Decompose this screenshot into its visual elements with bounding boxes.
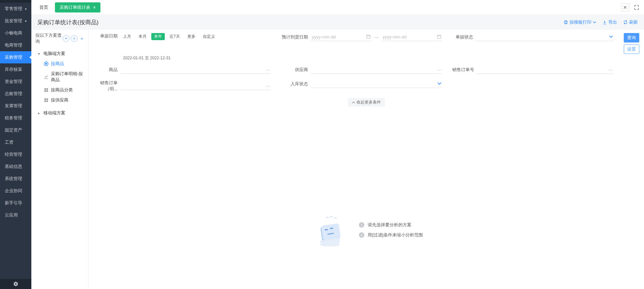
inbound-status-select[interactable] — [311, 80, 442, 88]
fullscreen-icon — [634, 5, 639, 10]
add-scheme-button[interactable]: + — [63, 35, 69, 42]
tree-leaf-label: 按商品 — [51, 61, 64, 67]
fullscreen-button[interactable] — [633, 3, 641, 11]
tab-purchase-order-stats[interactable]: 采购订单统计表 × — [55, 2, 100, 12]
scheme-settings-button[interactable] — [71, 35, 78, 42]
nav-top-spacer — [0, 0, 31, 3]
nav-item-15[interactable]: 企业协同 — [0, 185, 31, 197]
more-icon[interactable]: ⋯ — [266, 84, 270, 89]
nav-item-17[interactable]: 云应用 — [0, 209, 31, 221]
nav-item-3[interactable]: 电商管理 — [0, 39, 31, 51]
svg-rect-4 — [44, 88, 46, 90]
export-button[interactable]: 导出 — [602, 19, 617, 25]
nav-item-label: 云应用 — [5, 212, 18, 218]
empty-step-2: 2 用[过滤]条件来缩小分析范围 — [359, 232, 423, 238]
more-icon[interactable]: ⋯ — [266, 67, 270, 73]
svg-rect-8 — [44, 98, 46, 100]
tree-group-label: 电脑端方案 — [43, 51, 65, 57]
tree-leaf-label: 按供应商 — [51, 97, 68, 103]
sales-order-detail-input[interactable] — [120, 82, 271, 90]
nav-item-label: 经营管理 — [5, 151, 22, 157]
nav-item-9[interactable]: 税务管理 — [0, 112, 31, 124]
doc-status-select[interactable] — [476, 33, 614, 41]
close-panel-button[interactable]: ✕ — [621, 3, 629, 11]
product-input[interactable] — [120, 66, 271, 74]
tree-leaf-0-0[interactable]: 按商品 — [31, 59, 88, 69]
date-chip-2[interactable]: 本年 — [151, 33, 165, 40]
svg-rect-0 — [564, 22, 567, 23]
form-item-inbound-status: 入库状态 — [281, 80, 442, 88]
tabs-bar: 首页 采购订单统计表 × ✕ — [31, 0, 644, 15]
nav-item-label: 批发管理 — [5, 18, 22, 24]
svg-rect-10 — [44, 100, 46, 102]
nav-item-8[interactable]: 发票管理 — [0, 100, 31, 112]
nav-item-16[interactable]: 新手引导 — [0, 197, 31, 209]
expected-date-from-input[interactable] — [311, 33, 372, 41]
filter-sidebar-header: 按以下方案查询 + « — [31, 32, 88, 47]
gear-icon[interactable] — [13, 281, 19, 287]
calendar-icon[interactable] — [366, 34, 371, 40]
date-chip-4[interactable]: 更多 — [185, 33, 198, 40]
collapse-conditions-bar: 收起更多条件 — [93, 98, 639, 107]
calendar-icon[interactable] — [437, 34, 441, 40]
nav-item-13[interactable]: 基础信息 — [0, 161, 31, 173]
nav-item-14[interactable]: 系统管理 — [0, 173, 31, 185]
filter-form: 单据日期 上月本月本年近7天更多自定义 预计到货日期 — [89, 30, 644, 151]
collapse-conditions-button[interactable]: 收起更多条件 — [348, 98, 385, 107]
nav-footer — [0, 279, 31, 289]
nav-item-11[interactable]: 工资 — [0, 136, 31, 148]
supplier-input[interactable] — [311, 66, 442, 74]
step-num-2: 2 — [359, 232, 364, 238]
nav-item-label: 基础信息 — [5, 164, 22, 170]
nav-item-label: 发票管理 — [5, 103, 22, 109]
date-separator: — — [374, 35, 378, 40]
expected-date-to-input[interactable] — [381, 33, 442, 41]
svg-rect-9 — [47, 98, 48, 100]
chevron-down-icon[interactable] — [437, 82, 441, 87]
tree-leaf-label: 按商品分类 — [51, 87, 73, 93]
svg-rect-15 — [321, 223, 341, 240]
date-chip-3[interactable]: 近7天 — [167, 33, 183, 40]
nav-item-10[interactable]: 固定资产 — [0, 124, 31, 136]
svg-rect-5 — [47, 88, 48, 90]
nav-item-0[interactable]: 零售管理▾ — [0, 3, 31, 15]
tab-close-icon[interactable]: × — [93, 5, 96, 10]
sales-order-no-input[interactable] — [476, 66, 614, 74]
result-area: 1 请先选择要分析的方案 2 用[过滤]条件来缩小分析范围 — [89, 151, 644, 289]
page-title: 采购订单统计表(按商品) — [37, 19, 98, 26]
refresh-button[interactable]: 刷新 — [623, 19, 638, 25]
form-item-doc-status: 单据状态 — [452, 33, 614, 41]
nav-item-2[interactable]: 小畅电商 — [0, 27, 31, 39]
tab-home[interactable]: 首页 — [35, 2, 53, 12]
chevron-down-icon[interactable] — [609, 35, 613, 40]
nav-item-1[interactable]: 批发管理▾ — [0, 15, 31, 27]
nav-item-7[interactable]: 总账管理 — [0, 88, 31, 100]
date-chip-1[interactable]: 本月 — [136, 33, 149, 40]
more-icon[interactable]: ⋯ — [437, 67, 441, 73]
nav-item-5[interactable]: 库存核算 — [0, 63, 31, 76]
nav-item-4[interactable]: 采购管理 — [0, 51, 31, 63]
svg-rect-13 — [437, 35, 441, 38]
tree-group-0[interactable]: ▾电脑端方案 — [31, 49, 88, 59]
tree-leaf-0-2[interactable]: 按商品分类 — [31, 85, 88, 95]
nav-item-label: 总账管理 — [5, 91, 22, 97]
tree-group-1[interactable]: ▸移动端方案 — [31, 108, 88, 118]
content: 按以下方案查询 + « ▾电脑端方案按商品采购订单明细-按商品按商品分类按供应商… — [31, 30, 644, 289]
nav-item-6[interactable]: 资金管理 — [0, 76, 31, 88]
nav-item-label: 小畅电商 — [5, 30, 22, 36]
nav-item-label: 工资 — [5, 139, 13, 145]
nav-item-12[interactable]: 经营管理 — [0, 148, 31, 161]
date-chip-5[interactable]: 自定义 — [200, 33, 218, 40]
svg-point-19 — [320, 243, 340, 247]
more-icon[interactable]: ⋯ — [609, 67, 613, 73]
tab-label: 采购订单统计表 — [60, 4, 90, 10]
date-chip-0[interactable]: 上月 — [120, 33, 134, 40]
collapse-sidebar-button[interactable]: « — [79, 35, 85, 41]
settings-button[interactable]: 设置 — [624, 45, 639, 54]
tree-leaf-0-3[interactable]: 按供应商 — [31, 95, 88, 105]
print-template-button[interactable]: 按模板打印 — [563, 19, 596, 25]
svg-point-1 — [74, 38, 75, 39]
nav-item-label: 电商管理 — [5, 42, 22, 48]
query-button[interactable]: 查询 — [624, 33, 639, 42]
tree-leaf-0-1[interactable]: 采购订单明细-按商品 — [31, 69, 88, 85]
